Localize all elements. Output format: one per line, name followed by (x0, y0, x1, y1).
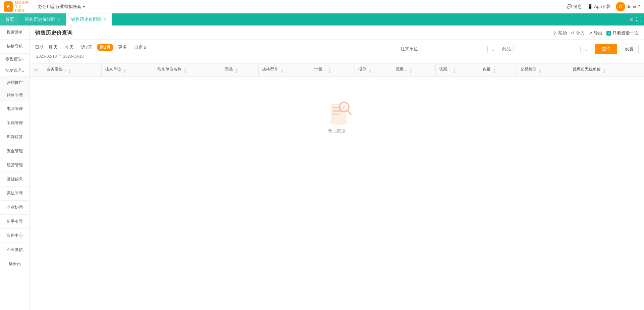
partner-input[interactable] (421, 45, 488, 53)
date-opt-custom[interactable]: 自定义 (131, 44, 150, 51)
sidebar-item-wholesale-mgmt[interactable]: 批发管理 ▴ (0, 65, 29, 76)
goods-label: 商品 (502, 46, 511, 52)
filter-inputs-row: 往来单位 ... 商品 ... 查询 设置 (400, 44, 639, 54)
sidebar-item-wechat[interactable]: 企业微信 (0, 243, 29, 257)
th-discount1[interactable]: 优惠... ▲▼ (392, 64, 436, 77)
th-unit[interactable]: 计量... ▲▼ (311, 64, 355, 77)
sidebar-item-enterprise[interactable]: 企业协同 (0, 201, 29, 215)
th-biz-date[interactable]: 业务发生... ▲▼ (43, 64, 102, 77)
th-goods[interactable]: 商品 ▲▼ (221, 64, 259, 77)
close-sales-tab-icon[interactable]: ✕ (104, 17, 107, 22)
sidebar-label-inventory: 库存核算 (7, 134, 23, 140)
sidebar-item-operations[interactable]: 经营管理 (0, 158, 29, 172)
import-btn[interactable]: ↺ 导入 (571, 30, 585, 36)
sidebar-label-sales-mgmt: 销售管理 (7, 93, 23, 98)
svg-line-7 (347, 110, 351, 114)
message-btn[interactable]: 💬 消息 (567, 4, 582, 10)
tab-sales-history[interactable]: 销售历史价跟踪 ✕ (66, 13, 112, 25)
date-opt-yesterday[interactable]: 昨天 (46, 44, 60, 51)
sidebar-item-retail-mgmt[interactable]: 零售管理 ▾ (0, 54, 29, 65)
only-last-checkbox[interactable] (606, 31, 611, 36)
close-window-icon[interactable]: ✕ (629, 16, 633, 23)
search-button[interactable]: 查询 (595, 44, 617, 54)
sort-arrows-discount1: ▲▼ (410, 68, 412, 74)
th-trade-type[interactable]: 交易类型 ▲▼ (517, 64, 569, 77)
message-icon: 💬 (567, 4, 572, 9)
th-partner-code[interactable]: 往来单位 ▲▼ (102, 64, 154, 77)
purchase-tab-label: 采购历史价跟踪 (25, 16, 55, 22)
tab-home[interactable]: 首页 (0, 13, 19, 25)
close-purchase-tab-icon[interactable]: ✕ (57, 17, 60, 22)
sort-arrows-unit: ▲▼ (328, 68, 331, 74)
th-pre-tax-price[interactable]: 优惠前无税单价 ▲▼ (569, 64, 644, 77)
export-btn[interactable]: ↗ 导出 (589, 30, 602, 36)
date-opt-last7days[interactable]: 近7天 (78, 44, 95, 51)
top-bar-left: 6 畅捷通好生意 标准版 办公用品行业模拟账套 ▾ (4, 1, 85, 13)
date-opt-more[interactable]: 更多 (115, 44, 129, 51)
sidebar-item-sales-mgmt[interactable]: 销售管理 (0, 89, 29, 102)
partner-lookup-icon[interactable]: ... (490, 47, 494, 52)
sidebar-label-basic-info: 基础信息 (7, 176, 23, 182)
sidebar-label-finance: 资金管理 (7, 148, 23, 154)
logo-text: 畅捷通好生意 标准版 (15, 1, 31, 13)
download-icon: 📱 (587, 4, 593, 9)
sort-arrows-quantity: ▲▼ (493, 68, 496, 74)
th-quote[interactable]: 报价 ▲▼ (355, 64, 392, 77)
sidebar-item-search-menu[interactable]: 搜索菜单 (0, 25, 29, 40)
sidebar-item-basic-info[interactable]: 基础信息 (0, 172, 29, 187)
date-opt-today[interactable]: 今天 (62, 44, 76, 51)
help-btn[interactable]: ？ 帮助 (552, 30, 567, 36)
app-download-btn[interactable]: 📱 App下载 (587, 4, 610, 10)
date-options: 昨天 今天 近7天 近1月 更多 自定义 (46, 44, 150, 51)
date-opt-last1month[interactable]: 近1月 (97, 44, 113, 51)
date-range-text: 2023-02-18 至 2023-03-18 (36, 54, 84, 59)
th-settings[interactable]: ⚙ (30, 64, 43, 77)
goods-input[interactable] (514, 45, 581, 53)
sidebar-item-finance[interactable]: 资金管理 (0, 144, 29, 158)
only-last-checkbox-group: 只看最后一次 (606, 30, 639, 36)
app-selector[interactable]: 办公用品行业模拟账套 ▾ (34, 4, 85, 10)
sidebar-label-vip: 畅会员 (9, 261, 21, 267)
sidebar-label-wechat: 企业微信 (7, 247, 23, 253)
sidebar-item-quick-nav[interactable]: 快捷导航 (0, 40, 29, 54)
sidebar-item-app-center[interactable]: 应用中心 (0, 229, 29, 243)
date-label: 日期 (35, 44, 44, 50)
sales-tab-label: 销售历史价跟踪 (71, 16, 102, 22)
empty-illustration: ? (323, 97, 350, 124)
tab-purchase-history[interactable]: 采购历史价跟踪 ✕ (19, 13, 66, 25)
sidebar-label-marketing: 营销推广 (7, 80, 23, 85)
th-quantity[interactable]: 数量 ▲▼ (479, 64, 517, 77)
chevron-down-icon: ▾ (83, 4, 85, 9)
th-discount2[interactable]: 优惠... ▲▼ (436, 64, 479, 77)
sidebar-item-marketing[interactable]: 营销推广 (0, 76, 29, 89)
gear-icon[interactable]: ⚙ (34, 68, 38, 72)
page-content: 销售历史价查询 ？ 帮助 ↺ 导入 ↗ 导出 (30, 25, 644, 310)
sidebar-label-app-center: 应用中心 (7, 233, 23, 239)
sort-arrows-goods: ▲▼ (235, 68, 238, 74)
sidebar-item-vip[interactable]: 畅会员 (0, 257, 29, 271)
sort-arrows-pre-tax-price: ▲▼ (603, 68, 606, 74)
empty-text: 暂元数据 (328, 128, 345, 134)
chevron-down-icon: ▾ (22, 57, 24, 61)
sidebar-item-purchase-mgmt[interactable]: 采购管理 (0, 116, 29, 130)
user-menu[interactable]: D demo2 (616, 2, 640, 11)
maximize-icon[interactable]: ⛶ (636, 16, 641, 22)
date-filter-group: 日期 昨天 今天 近7天 近1月 更多 自定义 (35, 44, 150, 51)
sidebar-item-ecommerce[interactable]: 电商管理 (0, 102, 29, 116)
empty-state: ? 暂元数据 (30, 77, 644, 154)
svg-text:?: ? (342, 105, 345, 110)
th-spec[interactable]: 规格型号 ▲▼ (259, 64, 311, 77)
sidebar-item-guide[interactable]: 新手引导 (0, 215, 29, 229)
svg-rect-4 (333, 114, 339, 115)
tab-bar: 首页 采购历史价跟踪 ✕ 销售历史价跟踪 ✕ ✕ ⛶ (0, 13, 644, 25)
settings-button[interactable]: 设置 (620, 44, 639, 54)
sidebar-item-system-mgmt[interactable]: 系统管理 (0, 187, 29, 201)
sort-arrows-discount2: ▲▼ (453, 68, 456, 74)
sidebar-label-operations: 经营管理 (7, 162, 23, 168)
goods-lookup-icon[interactable]: ... (583, 47, 587, 52)
tab-bar-actions: ✕ ⛶ (629, 16, 644, 23)
sidebar-item-inventory[interactable]: 库存核算 (0, 130, 29, 144)
th-partner-name[interactable]: 往来单位名称 ▲▼ (154, 64, 221, 77)
goods-filter-group: 商品 ... (502, 45, 587, 53)
sort-arrows-partner-name: ▲▼ (184, 68, 187, 74)
